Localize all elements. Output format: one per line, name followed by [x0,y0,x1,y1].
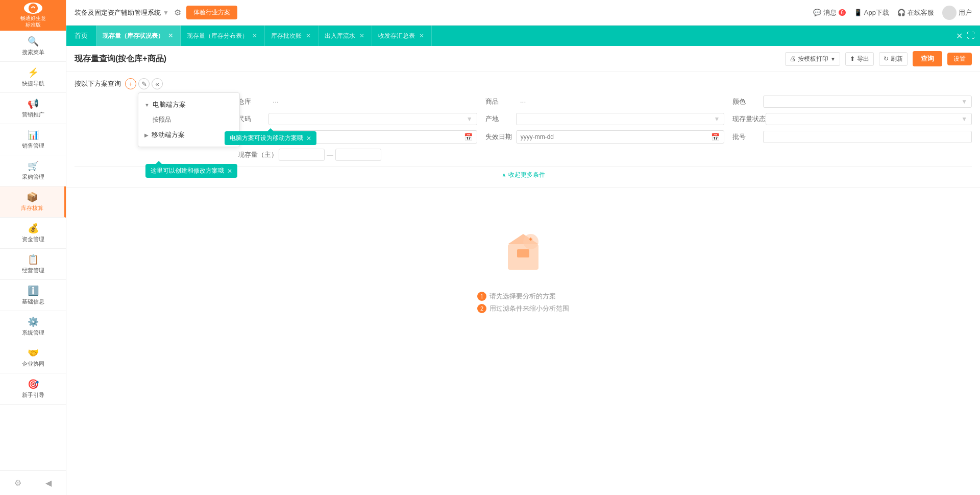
color-select[interactable]: ▼ [763,96,972,108]
main-content: 装备及固定资产辅助管理系统 ▼ ⚙ 体验行业方案 💬 消息 6 📱 App下载 … [66,0,980,495]
refresh-icon: ↻ [884,55,889,62]
filter-field-warehouse: 仓库 ··· [238,97,477,106]
warehouse-dots-btn[interactable]: ··· [268,98,283,106]
online-support-btn[interactable]: 🎧 在线客服 [897,8,934,17]
tab-close-2[interactable]: ✕ [251,31,258,40]
chevron-down-icon: ▼ [714,115,720,123]
sidebar-item-system[interactable]: ⚙️ 系统管理 [0,311,66,342]
sidebar-item-inventory[interactable]: 📦 库存核算 [0,186,66,218]
setting-btn[interactable]: 设置 [947,53,972,65]
trial-button[interactable]: 体验行业方案 [186,6,237,19]
tooltip-close-2[interactable]: ✕ [227,168,232,175]
tabs-spacer [432,26,951,46]
notification-icon: 💬 [813,9,821,16]
marketing-icon: 📢 [28,98,39,109]
print-btn[interactable]: 🖨 按模板打印 ▼ [785,52,840,66]
filter-row-2: 尺码 ▼ 产地 ▼ [238,113,972,125]
size-select[interactable]: ▼ [268,113,477,125]
calendar-icon: 📅 [711,133,720,141]
sidebar-item-quicknav[interactable]: ⚡ 快捷导航 [0,62,66,93]
app-download-btn[interactable]: 📱 App下载 [854,8,889,17]
stock-qty-max-input[interactable] [335,149,381,161]
topbar-settings-btn[interactable]: ⚙ [174,8,181,17]
filter-field-stock-status: 现存量状态 ▼ [732,113,972,125]
expand-arrow: ▶ [144,132,149,138]
sales-icon: 📊 [28,129,39,140]
svg-point-4 [523,234,538,249]
sidebar-item-purchase[interactable]: 🛒 采购管理 [0,155,66,186]
goods-dots-btn[interactable]: ··· [516,98,530,106]
tab-close-5[interactable]: ✕ [418,31,425,40]
sidebar-item-enterprise[interactable]: 🤝 企业协同 [0,342,66,373]
page-title: 现存量查询(按仓库+商品) [75,54,166,64]
sidebar-item-guide[interactable]: 🎯 新手引导 [0,373,66,405]
empty-state: 1 请先选择要分析的方案 2 用过滤条件来缩小分析范围 [66,188,980,347]
sidebar-item-sales[interactable]: 📊 销售管理 [0,124,66,155]
settings-bottom-btn[interactable]: ⚙ [12,476,23,490]
tab-close-1[interactable]: ✕ [167,31,174,40]
expire-date-start[interactable]: 📅 [516,130,725,144]
tab-inout-flow[interactable]: 出入库流水 ✕ [318,26,372,46]
range-separator: — [327,151,333,159]
stock-status-select[interactable]: ▼ [766,113,972,125]
refresh-btn[interactable]: ↻ 刷新 [879,52,908,66]
filter-row-4: 现存量（主） — [238,149,972,161]
tab-home[interactable]: 首页 [66,26,96,46]
quicknav-icon: ⚡ [28,67,39,78]
filter-header: 按以下方案查询 + ✎ « [75,78,972,89]
filter-row-1: 仓库 ··· 商品 ··· 颜色 ▼ [238,96,972,108]
topbar-left: 装备及固定资产辅助管理系统 ▼ ⚙ 体验行业方案 [75,6,237,19]
tab-actions: ✕ ⛶ [951,26,980,46]
empty-box-icon [493,219,554,280]
scheme-group-pc: ▼ 电脑端方案 按照品 [138,97,239,127]
logo-icon [24,3,42,14]
tooltip-close-1[interactable]: ✕ [306,135,311,142]
tab-summary[interactable]: 收发存汇总表 ✕ [372,26,432,46]
origin-select[interactable]: ▼ [516,113,725,125]
tab-batch-account[interactable]: 库存批次账 ✕ [265,26,318,46]
sidebar-item-management[interactable]: 📋 经营管理 [0,249,66,280]
mobile-icon: 📱 [854,9,862,16]
batch-input[interactable] [768,133,967,140]
tab-inventory-distribution[interactable]: 现存量（库存分布表） ✕ [181,26,265,46]
system-selector[interactable]: 装备及固定资产辅助管理系统 ▼ [75,8,169,17]
scheme-tooltip: 电脑方案可设为移动方案哦 ✕ [225,131,316,145]
calendar-icon: 📅 [464,133,473,141]
expire-date-start-input[interactable] [521,133,712,140]
stock-qty-min-input[interactable] [279,149,325,161]
user-menu-btn[interactable]: 用户 [942,6,972,20]
tab-close-4[interactable]: ✕ [358,31,365,40]
chevron-down-icon: ▼ [961,115,967,123]
page-header: 现存量查询(按仓库+商品) 🖨 按模板打印 ▼ ⬆ 导出 ↻ 刷新 [66,46,980,72]
tab-close-3[interactable]: ✕ [305,31,312,40]
back-scheme-btn[interactable]: « [152,78,163,89]
query-btn[interactable]: 查询 [913,51,942,66]
chevron-down-icon: ▼ [961,98,967,105]
logo-text: 畅通好生意 标准版 [20,15,46,28]
tab-inventory-status[interactable]: 现存量（库存状况表） ✕ [96,26,181,46]
sidebar-item-marketing[interactable]: 📢 营销推广 [0,93,66,124]
page-inner: 现存量查询(按仓库+商品) 🖨 按模板打印 ▼ ⬆ 导出 ↻ 刷新 [66,46,980,495]
add-scheme-btn[interactable]: + [125,78,136,89]
maximize-btn[interactable]: ⛶ [967,31,975,40]
close-all-tabs-btn[interactable]: ✕ [956,31,963,41]
scheme-subitem-1[interactable]: 按照品 [138,112,239,127]
sidebar-item-search[interactable]: 🔍 搜索菜单 [0,31,66,62]
collapse-sidebar-btn[interactable]: ◀ [43,476,54,490]
notification-btn[interactable]: 💬 消息 6 [813,8,846,17]
enterprise-icon: 🤝 [28,347,39,359]
filter-action-buttons: + ✎ « [125,78,163,89]
support-icon: 🎧 [897,9,905,16]
sidebar-item-basic[interactable]: ℹ️ 基础信息 [0,280,66,311]
export-btn[interactable]: ⬆ 导出 [845,52,874,66]
scheme-group-pc-header[interactable]: ▼ 电脑端方案 [138,97,239,112]
sidebar-nav: 🔍 搜索菜单 ⚡ 快捷导航 📢 营销推广 📊 销售管理 🛒 采购管理 📦 库存核… [0,31,66,470]
svg-rect-3 [517,249,529,257]
finance-icon: 💰 [28,223,39,234]
sidebar-item-finance[interactable]: 💰 资金管理 [0,218,66,249]
filter-field-expire-date: 失效日期 📅 [485,130,725,144]
edit-scheme-btn[interactable]: ✎ [138,78,150,89]
create-tooltip: 这里可以创建和修改方案哦 ✕ [145,164,237,178]
collapse-btn[interactable]: ∧ 收起更多条件 [502,171,545,179]
topbar-right: 💬 消息 6 📱 App下载 🎧 在线客服 用户 [813,6,972,20]
